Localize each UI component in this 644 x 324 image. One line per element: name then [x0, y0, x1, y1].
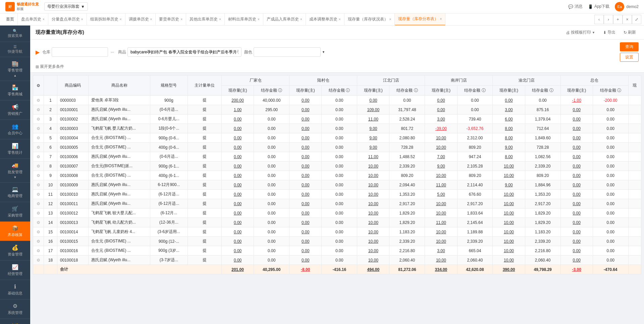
row-t-qty[interactable]: 0.00	[560, 180, 593, 190]
row-settings[interactable]: ⚙	[33, 171, 44, 180]
row-t-qty[interactable]: 0.00	[560, 161, 593, 171]
row-settings[interactable]: ⚙	[33, 246, 44, 256]
row-l-qty[interactable]: 0.00	[289, 199, 322, 209]
row-j-qty[interactable]: 10.00	[357, 218, 389, 227]
row-settings[interactable]: ⚙	[33, 180, 44, 190]
filter-toggle-btn[interactable]: ▶	[36, 49, 40, 55]
print-btn[interactable]: 🖨 按模板打印 ▼	[563, 28, 598, 37]
row-y-qty[interactable]: 10.00	[493, 199, 525, 209]
row-l-qty[interactable]: 0.00	[289, 256, 322, 265]
row-n-qty[interactable]: 3.00	[425, 246, 457, 256]
row-t-qty[interactable]: 0.00	[560, 105, 593, 114]
row-f-qty[interactable]: 0.00	[221, 143, 254, 152]
row-y-qty[interactable]: 10.00	[493, 237, 525, 246]
row-n-qty[interactable]: 10.00	[425, 199, 457, 209]
row-j-qty[interactable]: 10.00	[357, 209, 389, 218]
row-j-qty[interactable]: 11.00	[357, 114, 389, 124]
tab-7[interactable]: 材料出库单历史 ×	[225, 13, 263, 26]
warehouse-more-btn[interactable]: ···	[109, 50, 115, 54]
tab-9[interactable]: 成本调整单历史 ×	[306, 13, 344, 26]
row-f-qty[interactable]: 0.00	[221, 246, 254, 256]
summary-f-qty[interactable]: 201.00	[221, 265, 254, 274]
row-settings[interactable]: ⚙	[33, 218, 44, 227]
row-n-qty[interactable]: 0.00	[425, 105, 457, 114]
row-n-qty[interactable]: 10.00	[425, 256, 457, 265]
refresh-btn[interactable]: ↻ 刷新	[621, 28, 639, 37]
row-y-qty[interactable]: 8.00	[493, 133, 525, 143]
row-y-qty[interactable]: 10.00	[493, 227, 525, 237]
row-y-qty[interactable]: 3.00	[493, 105, 525, 114]
export-btn[interactable]: ⬇ 导出	[600, 28, 618, 37]
row-l-qty[interactable]: 0.00	[289, 143, 322, 152]
row-l-qty[interactable]: 0.00	[289, 171, 322, 180]
row-n-qty[interactable]: 5.00	[425, 190, 457, 199]
company-dropdown[interactable]: 母婴行业演示陈套 ▼	[44, 2, 88, 11]
row-j-qty[interactable]: 10.00	[357, 171, 389, 180]
row-j-qty[interactable]: 10.00	[357, 180, 389, 190]
row-n-qty[interactable]: 3.00	[425, 114, 457, 124]
row-y-qty[interactable]: 9.00	[493, 143, 525, 152]
app-download-btn[interactable]: 📱 App下载	[588, 4, 609, 9]
row-y-qty[interactable]: 10.00	[493, 218, 525, 227]
row-j-qty[interactable]: 11.00	[357, 152, 389, 161]
close-icon[interactable]: ×	[440, 17, 442, 21]
row-j-qty[interactable]: 10.00	[357, 227, 389, 237]
row-l-qty[interactable]: 0.00	[289, 180, 322, 190]
sidebar-item-retail-mall[interactable]: 🏪 零售商城	[0, 81, 30, 100]
color-input[interactable]	[254, 47, 321, 57]
row-y-qty[interactable]: 10.00	[493, 209, 525, 218]
setting-btn[interactable]: 设置	[620, 53, 639, 62]
close-icon[interactable]: ×	[300, 17, 302, 21]
row-n-qty[interactable]: 10.00	[425, 143, 457, 152]
query-btn[interactable]: 查询	[620, 42, 639, 51]
row-y-qty[interactable]: 9.00	[493, 180, 525, 190]
row-j-qty[interactable]: 10.00	[357, 237, 389, 246]
row-settings[interactable]: ⚙	[33, 114, 44, 124]
row-y-qty[interactable]: 8.00	[493, 152, 525, 161]
row-t-qty[interactable]: 0.00	[560, 171, 593, 180]
row-l-qty[interactable]: 0.00	[289, 133, 322, 143]
row-f-qty[interactable]: 0.00	[221, 237, 254, 246]
summary-l-qty[interactable]: -8.00	[289, 265, 322, 274]
close-icon[interactable]: ×	[81, 17, 83, 21]
tab-10[interactable]: 现存量（库存状况表） ×	[344, 13, 395, 26]
tab-home[interactable]: 首页	[3, 13, 18, 26]
summary-t-qty[interactable]: -3.00	[560, 265, 593, 274]
row-t-qty[interactable]: 0.00	[560, 190, 593, 199]
expand-conditions-btn[interactable]: ⊞ 展开更多条件	[36, 64, 639, 70]
tab-1[interactable]: 盘点单历史 ×	[18, 13, 48, 26]
row-l-qty[interactable]: 0.00	[289, 96, 322, 105]
row-l-qty[interactable]: 0.00	[289, 152, 322, 161]
row-n-qty[interactable]: 10.00	[425, 237, 457, 246]
row-f-qty[interactable]: 0.00	[221, 133, 254, 143]
row-f-qty[interactable]: 0.00	[221, 190, 254, 199]
tab-3[interactable]: 组装拆卸单历史 ×	[87, 13, 125, 26]
row-l-qty[interactable]: 0.00	[289, 114, 322, 124]
row-n-qty[interactable]: -39.00	[425, 124, 457, 133]
row-j-qty[interactable]: 10.00	[357, 190, 389, 199]
row-j-qty[interactable]: 10.00	[357, 256, 389, 265]
row-n-qty[interactable]: 10.00	[425, 133, 457, 143]
close-icon[interactable]: ×	[339, 17, 341, 21]
row-f-qty[interactable]: 0.00	[221, 180, 254, 190]
user-menu[interactable]: Ea demo2	[615, 2, 639, 11]
row-n-qty[interactable]: 10.00	[425, 209, 457, 218]
sidebar-item-retail-mgmt[interactable]: 🏬 零售管理 ▲	[0, 57, 30, 81]
row-y-qty[interactable]: 8.00	[493, 124, 525, 133]
table-container[interactable]: ⚙ 商品编码 商品名称 规格型号 主计量单位 厂家仓 陆村仓 江北门店 南岸门店…	[30, 73, 644, 324]
tab-4[interactable]: 调拨单历史 ×	[125, 13, 156, 26]
warehouse-input[interactable]	[52, 47, 108, 57]
row-l-qty[interactable]: 0.00	[289, 227, 322, 237]
close-icon[interactable]: ×	[219, 17, 221, 21]
close-icon[interactable]: ×	[180, 17, 182, 21]
row-f-qty[interactable]: 0.00	[221, 114, 254, 124]
row-settings[interactable]: ⚙	[33, 105, 44, 114]
row-j-qty[interactable]: 0.00	[357, 96, 389, 105]
tab-11-active[interactable]: 现存量（库存分布表） ×	[395, 13, 445, 26]
row-n-qty[interactable]: 11.00	[425, 218, 457, 227]
row-settings[interactable]: ⚙	[33, 143, 44, 152]
row-j-qty[interactable]: 10.00	[357, 161, 389, 171]
goods-input[interactable]	[127, 47, 241, 57]
row-t-qty[interactable]: 0.00	[560, 209, 593, 218]
row-j-qty[interactable]: 10.00	[357, 246, 389, 256]
